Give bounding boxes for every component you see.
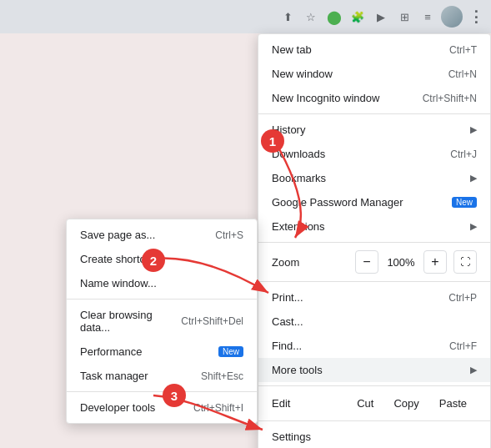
separator-4 bbox=[258, 385, 490, 386]
chrome-icon[interactable]: ⬤ bbox=[324, 7, 344, 27]
menu-item-cast[interactable]: Cast... bbox=[258, 310, 490, 334]
zoom-in-button[interactable]: + bbox=[423, 250, 447, 274]
menu-item-history[interactable]: History ▶ bbox=[258, 118, 490, 142]
page-content: Save draft New tab Ctrl+T New window Ctr… bbox=[0, 33, 491, 448]
zoom-label: Zoom bbox=[272, 256, 348, 269]
lists-icon[interactable]: ≡ bbox=[418, 7, 438, 27]
performance-label: Performance bbox=[80, 345, 212, 358]
bookmark-star-icon[interactable]: ☆ bbox=[301, 7, 321, 27]
zoom-fullscreen-button[interactable]: ⛶ bbox=[453, 250, 477, 274]
zoom-out-button[interactable]: − bbox=[355, 250, 378, 274]
edit-row: Edit Cut Copy Paste bbox=[258, 390, 490, 417]
task-manager-label: Task manager bbox=[80, 370, 201, 382]
profile-avatar[interactable] bbox=[441, 6, 463, 28]
submenu-separator-2 bbox=[67, 391, 257, 392]
print-shortcut: Ctrl+P bbox=[448, 292, 477, 304]
share-icon[interactable]: ⬆ bbox=[278, 7, 298, 27]
clear-browsing-shortcut: Ctrl+Shift+Del bbox=[181, 315, 243, 327]
submenu-item-create-shortcut[interactable]: Create shortcut... bbox=[67, 247, 257, 271]
toolbar-right: ⬆ ☆ ⬤ 🧩 ▶ ⊞ ≡ ⋮ bbox=[278, 0, 491, 33]
menu-item-password-manager[interactable]: Google Password Manager New bbox=[258, 190, 490, 214]
downloads-label: Downloads bbox=[272, 148, 450, 160]
menu-item-bookmarks[interactable]: Bookmarks ▶ bbox=[258, 166, 490, 190]
submenu-item-performance[interactable]: Performance New bbox=[67, 340, 257, 364]
save-page-as-shortcut: Ctrl+S bbox=[215, 229, 243, 241]
developer-tools-shortcut: Ctrl+Shift+I bbox=[193, 402, 243, 414]
menu-item-print[interactable]: Print... Ctrl+P bbox=[258, 285, 490, 310]
task-manager-shortcut: Shift+Esc bbox=[201, 370, 243, 382]
edit-label: Edit bbox=[272, 397, 347, 410]
menu-item-settings[interactable]: Settings bbox=[258, 425, 490, 448]
submenu-item-task-manager[interactable]: Task manager Shift+Esc bbox=[67, 364, 257, 388]
new-window-label: New window bbox=[272, 68, 448, 80]
menu-item-new-window[interactable]: New window Ctrl+N bbox=[258, 62, 490, 86]
print-label: Print... bbox=[272, 291, 448, 304]
name-window-label: Name window... bbox=[80, 277, 243, 289]
settings-label: Settings bbox=[272, 430, 477, 443]
password-manager-badge: New bbox=[452, 197, 477, 208]
chrome-context-menu: New tab Ctrl+T New window Ctrl+N New Inc… bbox=[258, 33, 491, 448]
developer-tools-label: Developer tools bbox=[80, 401, 193, 414]
new-window-shortcut: Ctrl+N bbox=[448, 68, 477, 80]
history-arrow-icon: ▶ bbox=[470, 124, 477, 135]
submenu-item-developer-tools[interactable]: Developer tools Ctrl+Shift+I bbox=[67, 395, 257, 420]
browser-toolbar: ⬆ ☆ ⬤ 🧩 ▶ ⊞ ≡ ⋮ bbox=[0, 0, 491, 33]
separator-2 bbox=[258, 242, 490, 243]
separator-1 bbox=[258, 113, 490, 114]
new-incognito-label: New Incognito window bbox=[272, 92, 423, 104]
more-tools-submenu: Save page as... Ctrl+S Create shortcut..… bbox=[66, 219, 258, 424]
separator-3 bbox=[258, 281, 490, 282]
save-page-as-label: Save page as... bbox=[80, 229, 215, 241]
new-tab-shortcut: Ctrl+T bbox=[449, 44, 477, 56]
new-incognito-shortcut: Ctrl+Shift+N bbox=[423, 93, 477, 104]
more-tools-label: More tools bbox=[272, 364, 463, 376]
cut-button[interactable]: Cut bbox=[347, 394, 383, 413]
create-shortcut-label: Create shortcut... bbox=[80, 253, 243, 265]
zoom-row: Zoom − 100% + ⛶ bbox=[258, 246, 490, 278]
new-tab-label: New tab bbox=[272, 43, 449, 56]
find-shortcut: Ctrl+F bbox=[449, 340, 477, 352]
submenu-separator-1 bbox=[67, 299, 257, 300]
menu-item-new-tab[interactable]: New tab Ctrl+T bbox=[258, 38, 490, 62]
bookmarks-label: Bookmarks bbox=[272, 172, 463, 184]
kebab-menu-icon[interactable]: ⋮ bbox=[466, 7, 486, 27]
menu-item-downloads[interactable]: Downloads Ctrl+J bbox=[258, 142, 490, 166]
password-manager-label: Google Password Manager bbox=[272, 196, 445, 209]
history-label: History bbox=[272, 123, 463, 136]
extensions-label: Extensions bbox=[272, 220, 463, 233]
copy-button[interactable]: Copy bbox=[383, 394, 428, 413]
submenu-item-save-page-as[interactable]: Save page as... Ctrl+S bbox=[67, 223, 257, 247]
submenu-item-clear-browsing[interactable]: Clear browsing data... Ctrl+Shift+Del bbox=[67, 303, 257, 340]
zoom-value: 100% bbox=[385, 256, 417, 269]
cast-label: Cast... bbox=[272, 315, 477, 328]
more-tools-arrow-icon: ▶ bbox=[470, 365, 477, 375]
paste-button[interactable]: Paste bbox=[429, 394, 477, 413]
puzzle-icon[interactable]: ⊞ bbox=[394, 7, 414, 27]
submenu-item-name-window[interactable]: Name window... bbox=[67, 271, 257, 295]
find-label: Find... bbox=[272, 340, 449, 352]
menu-item-new-incognito[interactable]: New Incognito window Ctrl+Shift+N bbox=[258, 86, 490, 110]
extensions-puzzle-icon[interactable]: 🧩 bbox=[348, 7, 368, 27]
menu-item-extensions[interactable]: Extensions ▶ bbox=[258, 214, 490, 239]
separator-5 bbox=[258, 420, 490, 421]
extensions-arrow-icon: ▶ bbox=[470, 221, 477, 232]
bookmarks-arrow-icon: ▶ bbox=[470, 173, 477, 184]
media-router-icon[interactable]: ▶ bbox=[371, 7, 391, 27]
downloads-shortcut: Ctrl+J bbox=[450, 148, 477, 160]
performance-badge: New bbox=[218, 346, 243, 357]
clear-browsing-label: Clear browsing data... bbox=[80, 309, 181, 334]
menu-item-find[interactable]: Find... Ctrl+F bbox=[258, 334, 490, 358]
menu-item-more-tools[interactable]: More tools ▶ bbox=[258, 358, 490, 382]
